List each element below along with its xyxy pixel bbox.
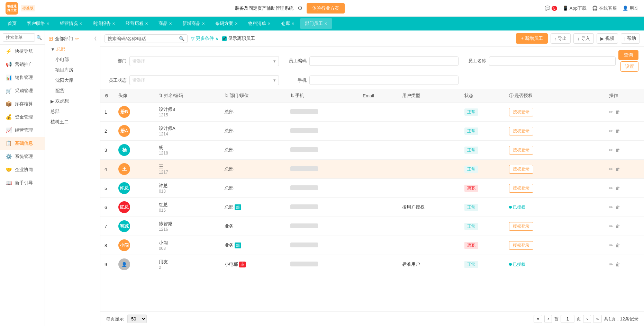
auth-login-btn[interactable]: 授权登录 xyxy=(509,241,533,250)
edit-btn[interactable]: ✏ xyxy=(609,147,613,153)
close-icon[interactable]: ✕ xyxy=(46,21,49,26)
nav-home[interactable]: 首页 xyxy=(3,18,21,29)
auth-login-btn[interactable]: 授权登录 xyxy=(509,146,533,155)
dept-item-shenyang[interactable]: 沈阳大库 xyxy=(45,75,100,86)
auth-login-btn[interactable]: 授权登录 xyxy=(509,127,533,135)
dept-item-small-elec[interactable]: 小电部 xyxy=(45,54,100,65)
delete-btn[interactable]: 🗑 xyxy=(615,128,620,134)
dept-item-headquarters-root[interactable]: ▼ 总部 xyxy=(45,44,100,54)
col-dept-pos[interactable]: ⇅ 部门/职位 xyxy=(220,89,286,103)
col-name-code[interactable]: ⇅ 姓名/编码 xyxy=(155,89,220,103)
close-icon[interactable]: ✕ xyxy=(79,21,82,26)
nav-profit[interactable]: 利润报告 ✕ xyxy=(88,18,120,29)
filter-empcode-input[interactable] xyxy=(309,56,459,66)
dept-edit-icon[interactable]: ✏ xyxy=(75,36,79,41)
sidebar-item-sales[interactable]: 📊 销售管理 xyxy=(0,71,45,84)
delete-btn[interactable]: 🗑 xyxy=(615,262,620,267)
sidebar-item-quick-nav[interactable]: ⚡ 快捷导航 xyxy=(0,45,45,58)
nav-goods[interactable]: 商品 ✕ xyxy=(154,18,177,29)
dept-item-delivery[interactable]: 配货 xyxy=(45,86,100,96)
sidebar-item-biz[interactable]: 📈 经营管理 xyxy=(0,124,45,137)
help-btn[interactable]: | 帮助 xyxy=(621,33,640,44)
edit-btn[interactable]: ✏ xyxy=(609,166,613,172)
sidebar-item-marketing[interactable]: 📢 营销推广 xyxy=(0,58,45,71)
dept-header[interactable]: ⊞ 全部部门 ✏ 《 xyxy=(45,33,100,44)
nav-barcode[interactable]: 条码方案 ✕ xyxy=(210,18,243,29)
close-icon[interactable]: ✕ xyxy=(235,21,238,26)
edit-btn[interactable]: ✏ xyxy=(609,262,613,267)
nav-add-goods[interactable]: 新增商品 ✕ xyxy=(178,18,210,29)
experience-btn[interactable]: 体验行业方案 xyxy=(307,3,345,14)
dept-item-hq[interactable]: 总部 xyxy=(45,106,100,117)
close-icon[interactable]: ✕ xyxy=(324,21,327,26)
settings-gear-icon[interactable]: ⚙ xyxy=(298,5,302,11)
edit-btn[interactable]: ✏ xyxy=(609,128,613,134)
close-icon[interactable]: ✕ xyxy=(202,21,205,26)
online-service-btn[interactable]: 🎧 在线客服 xyxy=(592,5,617,11)
filter-empname-input[interactable] xyxy=(489,56,616,66)
sidebar-item-system[interactable]: ⚙️ 系统管理 xyxy=(0,150,45,163)
edit-btn[interactable]: ✏ xyxy=(609,243,613,248)
first-page-btn[interactable]: « xyxy=(534,315,542,323)
delete-btn[interactable]: 🗑 xyxy=(615,147,620,153)
next-page-btn[interactable]: › xyxy=(583,315,591,323)
view-btn[interactable]: ▶ 视频 xyxy=(597,33,618,44)
last-page-btn[interactable]: » xyxy=(593,315,602,323)
page-size-select[interactable]: 50 20 100 xyxy=(127,315,147,323)
close-icon[interactable]: ✕ xyxy=(112,21,115,26)
delete-btn[interactable]: 🗑 xyxy=(615,223,620,229)
sidebar-item-guide[interactable]: 📖 新手引导 xyxy=(0,176,45,190)
filter-phone-input[interactable] xyxy=(309,76,459,85)
col-phone[interactable]: ⇅ 手机 xyxy=(286,89,359,103)
user-avatar-btn[interactable]: 👤 用友 xyxy=(623,5,638,11)
prev-page-btn[interactable]: ‹ xyxy=(544,315,552,323)
sidebar-item-collab[interactable]: 🤝 企业协同 xyxy=(0,163,45,176)
dept-item-project-storage[interactable]: 项目库房 xyxy=(45,65,100,75)
edit-btn[interactable]: ✏ xyxy=(609,204,613,210)
sidebar-item-inventory[interactable]: 📦 库存核算 xyxy=(0,97,45,111)
col-settings[interactable]: ⚙ xyxy=(100,89,114,103)
auth-login-btn[interactable]: 授权登录 xyxy=(509,222,533,231)
dept-collapse-icon[interactable]: 《 xyxy=(92,36,97,42)
nav-bom[interactable]: 物料清单 ✕ xyxy=(243,18,275,29)
auth-login-btn[interactable]: 授权登录 xyxy=(509,184,533,193)
dept-item-plant-king[interactable]: 植树王二 xyxy=(45,117,100,127)
add-staff-btn[interactable]: + 新增员工 xyxy=(516,33,547,44)
sidebar-item-purchase[interactable]: 🛒 采购管理 xyxy=(0,84,45,97)
filter-dept-select[interactable]: 请选择 ▾ xyxy=(129,56,279,66)
sidebar-item-finance[interactable]: 💰 资金管理 xyxy=(0,111,45,124)
setting-btn[interactable]: 设置 xyxy=(620,61,638,72)
message-btn[interactable]: 💬 5 xyxy=(545,6,557,11)
edit-btn[interactable]: ✏ xyxy=(609,185,613,191)
close-icon[interactable]: ✕ xyxy=(267,21,271,26)
export-btn[interactable]: ↑ 导出 xyxy=(551,33,571,44)
query-btn[interactable]: 查询 xyxy=(618,50,638,60)
sidebar-item-basic-info[interactable]: 📋 基础信息 xyxy=(0,137,45,150)
nav-history[interactable]: 经营历程 ✕ xyxy=(121,18,153,29)
edit-btn[interactable]: ✏ xyxy=(609,109,613,115)
sidebar-search-input[interactable] xyxy=(3,33,35,42)
close-icon[interactable]: ✕ xyxy=(169,21,172,26)
auth-login-btn[interactable]: 授权登录 xyxy=(509,165,533,174)
delete-btn[interactable]: 🗑 xyxy=(615,243,620,248)
edit-btn[interactable]: ✏ xyxy=(609,223,613,229)
dept-item-dual-tiger[interactable]: ▶ 双虎想 xyxy=(45,96,100,106)
show-resigned-checkbox[interactable] xyxy=(222,36,227,41)
import-btn[interactable]: ↓ 导入 xyxy=(573,33,594,44)
auth-login-btn[interactable]: 授权登录 xyxy=(509,108,533,116)
app-download-btn[interactable]: 📱 App下载 xyxy=(563,5,587,11)
filter-status-select[interactable]: 请选择 ▾ xyxy=(129,75,279,85)
nav-warehouse[interactable]: 仓库 ✕ xyxy=(276,18,299,29)
delete-btn[interactable]: 🗑 xyxy=(615,109,620,115)
more-filter-btn[interactable]: ▽ 更多条件 ∧ xyxy=(191,35,219,42)
delete-btn[interactable]: 🗑 xyxy=(615,204,620,210)
close-icon[interactable]: ✕ xyxy=(291,21,294,26)
current-page-input[interactable] xyxy=(561,315,574,323)
close-icon[interactable]: ✕ xyxy=(145,21,148,26)
search-input[interactable] xyxy=(108,36,177,41)
nav-customer[interactable]: 客户联络 ✕ xyxy=(22,18,54,29)
nav-dept-staff[interactable]: 部门员工 ✕ xyxy=(300,18,332,29)
delete-btn[interactable]: 🗑 xyxy=(615,185,620,191)
delete-btn[interactable]: 🗑 xyxy=(615,166,620,172)
nav-operation[interactable]: 经营情况 ✕ xyxy=(55,18,87,29)
